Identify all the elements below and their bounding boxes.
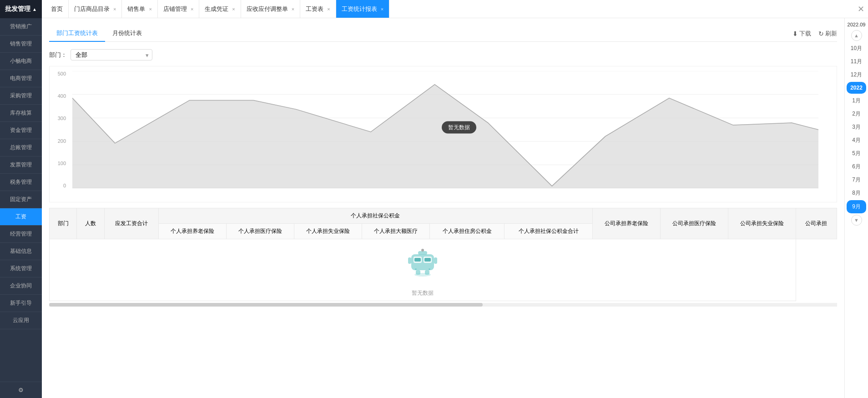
- th-personal-unemploy: 个人承担失业保险: [294, 224, 362, 239]
- sidebar-item-电商管理[interactable]: 电商管理: [0, 70, 42, 87]
- sidebar-item-采购管理[interactable]: 采购管理: [0, 87, 42, 105]
- tab-close-1[interactable]: ×: [113, 6, 116, 12]
- tab-close-4[interactable]: ×: [232, 6, 235, 12]
- date-panel-header: 2022.09: [845, 20, 868, 29]
- main-area: 首页门店商品目录×销售单×店铺管理×生成凭证×应收应付调整单×工资表×工资统计报…: [42, 0, 868, 398]
- tab-month-stats[interactable]: 月份统计表: [105, 25, 149, 42]
- data-table: 部门 人数 应发工资合计 个人承担社保公积金 公司承担养老保险 公司承担医疗保险…: [49, 208, 837, 301]
- refresh-button[interactable]: ↻ 刷新: [818, 25, 837, 41]
- sidebar-item-库存核算[interactable]: 库存核算: [0, 105, 42, 122]
- sidebar-header[interactable]: 批发管理 ▲: [0, 0, 42, 18]
- th-personal-insurance: 个人承担社保公积金: [159, 208, 593, 224]
- sidebar-item-企业协同[interactable]: 企业协同: [0, 277, 42, 295]
- window-controls: ✕: [858, 4, 864, 14]
- date-month-10[interactable]: 10月: [845, 42, 868, 55]
- sidebar-item-发票管理[interactable]: 发票管理: [0, 156, 42, 174]
- tab-close-6[interactable]: ×: [327, 6, 330, 12]
- svg-rect-14: [434, 257, 437, 264]
- date-month-7[interactable]: 7月: [845, 173, 868, 186]
- settings-icon: ⚙: [18, 387, 24, 393]
- date-month-2[interactable]: 2月: [845, 107, 868, 121]
- tab-close-3[interactable]: ×: [191, 6, 193, 12]
- th-personal-medical: 个人承担医疗保险: [227, 224, 294, 239]
- dept-select-wrapper: 全部: [71, 49, 152, 60]
- toolbar-left: 部门： 全部: [49, 49, 152, 60]
- th-company-medical: 公司承担医疗保险: [660, 208, 728, 239]
- svg-point-12: [421, 249, 424, 252]
- sidebar-item-税务管理[interactable]: 税务管理: [0, 174, 42, 191]
- date-month-9[interactable]: 9月: [847, 200, 866, 213]
- tab-0[interactable]: 首页: [45, 0, 69, 18]
- tab-label-3: 店铺管理: [163, 5, 187, 13]
- scrollbar-thumb[interactable]: [49, 303, 483, 307]
- th-company-unemploy: 公司承担失业保险: [728, 208, 796, 239]
- table-empty-cell: 暂无数据: [50, 239, 796, 301]
- download-button[interactable]: ⬇ 下载: [792, 25, 811, 41]
- date-month-4[interactable]: 4月: [845, 134, 868, 147]
- date-year-2022[interactable]: 2022: [847, 82, 866, 94]
- date-month-1[interactable]: 1月: [845, 94, 868, 107]
- tab-label-0: 首页: [51, 5, 63, 13]
- empty-text: 暂无数据: [55, 289, 790, 297]
- date-month-12[interactable]: 12月: [845, 68, 868, 81]
- date-month-6[interactable]: 6月: [845, 160, 868, 173]
- date-month-8[interactable]: 8月: [845, 186, 868, 200]
- sidebar-item-资金管理[interactable]: 资金管理: [0, 122, 42, 139]
- settings-button[interactable]: ⚙: [0, 382, 42, 398]
- sidebar-item-营销推广[interactable]: 营销推广: [0, 18, 42, 35]
- horizontal-scrollbar[interactable]: [49, 303, 837, 307]
- sidebar-item-小畅电商[interactable]: 小畅电商: [0, 53, 42, 70]
- tab-2[interactable]: 销售单×: [122, 0, 157, 18]
- sidebar-item-销售管理[interactable]: 销售管理: [0, 35, 42, 53]
- tab-5[interactable]: 应收应付调整单×: [241, 0, 300, 18]
- th-company-pension: 公司承担养老保险: [592, 208, 660, 239]
- th-personal-major-medical: 个人承担大额医疗: [362, 224, 430, 239]
- y-label-500: 500: [50, 71, 66, 76]
- dept-select[interactable]: 全部: [71, 49, 152, 60]
- date-month-3[interactable]: 3月: [845, 121, 868, 134]
- tab-4[interactable]: 生成凭证×: [199, 0, 241, 18]
- date-nav-up[interactable]: ▲: [851, 30, 862, 41]
- tab-close-5[interactable]: ×: [292, 6, 294, 12]
- sidebar-item-云应用[interactable]: 云应用: [0, 312, 42, 329]
- tab-close-7[interactable]: ×: [381, 6, 384, 12]
- chart-area-fill: [72, 85, 818, 188]
- content-area: 部门工资统计表 月份统计表 ⬇ 下载 ↻ 刷新 部门：: [42, 18, 868, 398]
- sidebar-item-基础信息[interactable]: 基础信息: [0, 243, 42, 260]
- table-wrapper[interactable]: 部门 人数 应发工资合计 个人承担社保公积金 公司承担养老保险 公司承担医疗保险…: [49, 208, 837, 307]
- date-month-11[interactable]: 11月: [845, 55, 868, 68]
- tab-label-2: 销售单: [127, 5, 145, 13]
- th-personal-pension: 个人承担养老保险: [159, 224, 227, 239]
- svg-rect-13: [408, 257, 411, 264]
- sub-tab-bar: 部门工资统计表 月份统计表 ⬇ 下载 ↻ 刷新: [49, 25, 837, 42]
- tab-dept-stats[interactable]: 部门工资统计表: [49, 25, 105, 42]
- tab-3[interactable]: 店铺管理×: [158, 0, 199, 18]
- empty-icon: [55, 243, 790, 286]
- date-panel: 2022.09 ▲ 10月 11月 12月 2022 1月 2月 3月 4月 5…: [844, 18, 868, 398]
- sidebar-item-系统管理[interactable]: 系统管理: [0, 260, 42, 277]
- sidebar-item-新手引导[interactable]: 新手引导: [0, 295, 42, 312]
- tab-close-2[interactable]: ×: [149, 6, 151, 12]
- date-nav-down[interactable]: ▼: [851, 215, 862, 226]
- y-label-0: 0: [50, 183, 66, 188]
- sidebar-item-经营管理[interactable]: 经营管理: [0, 226, 42, 243]
- svg-rect-9: [414, 258, 421, 262]
- sidebar-item-固定资产[interactable]: 固定资产: [0, 191, 42, 208]
- tab-1[interactable]: 门店商品目录×: [69, 0, 122, 18]
- sidebar-item-工资[interactable]: 工资: [0, 208, 42, 226]
- close-window-icon[interactable]: ✕: [858, 4, 864, 14]
- svg-rect-11: [418, 251, 427, 255]
- th-dept: 部门: [50, 208, 77, 239]
- sidebar-toggle-icon[interactable]: ▲: [32, 7, 37, 12]
- main-content: 部门工资统计表 月份统计表 ⬇ 下载 ↻ 刷新 部门：: [42, 18, 844, 398]
- th-company-other: 公司承担: [796, 208, 837, 239]
- tab-label-4: 生成凭证: [205, 5, 228, 13]
- sidebar-item-总账管理[interactable]: 总账管理: [0, 139, 42, 156]
- svg-point-17: [414, 273, 431, 277]
- tab-label-5: 应收应付调整单: [247, 5, 288, 13]
- toolbar-right: ⬇ 下载 ↻ 刷新: [792, 25, 837, 41]
- tab-6[interactable]: 工资表×: [300, 0, 336, 18]
- y-label-200: 200: [50, 138, 66, 144]
- date-month-5[interactable]: 5月: [845, 147, 868, 160]
- tab-7[interactable]: 工资统计报表×: [336, 0, 389, 18]
